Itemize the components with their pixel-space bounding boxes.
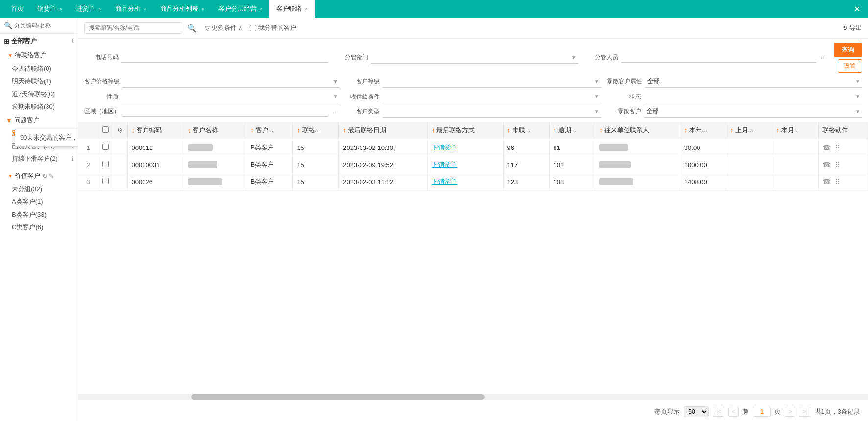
- toolbar-search-input[interactable]: [84, 22, 182, 34]
- next-page-button[interactable]: >: [785, 407, 795, 417]
- sort-icon-type: ↕: [250, 126, 254, 134]
- sidebar-group-problem[interactable]: ▼ 问题客户: [0, 113, 78, 127]
- nav-customer-tier[interactable]: 客户分层经营 ×: [212, 0, 269, 18]
- cell-uncontacted-1: 117: [503, 156, 549, 173]
- action-phone-0[interactable]: ☎: [822, 144, 831, 151]
- method-link-0[interactable]: 下销货单: [432, 144, 457, 151]
- row-checkbox-1[interactable]: [102, 161, 109, 167]
- cell-method-2[interactable]: 下销货单: [428, 173, 503, 191]
- customer-type-select[interactable]: ▼: [383, 106, 601, 118]
- cell-company-0: ███ 1██...: [595, 139, 680, 156]
- nav-home[interactable]: 首页: [4, 0, 30, 18]
- prev-page-button[interactable]: <: [728, 407, 739, 417]
- th-checkbox[interactable]: [98, 122, 113, 139]
- first-page-button[interactable]: |<: [713, 407, 724, 417]
- method-link-2[interactable]: 下销货单: [432, 178, 457, 185]
- sidebar-group-pending[interactable]: ▼ 待联络客户: [0, 49, 78, 62]
- nav-customer-contact[interactable]: 客户联络 ×: [269, 0, 314, 18]
- nav-product-list[interactable]: 商品分析列表 ×: [153, 0, 211, 18]
- status-select[interactable]: ▼: [644, 91, 862, 102]
- table-settings-icon[interactable]: ⚙: [117, 127, 123, 134]
- cell-method-1[interactable]: 下销货单: [428, 156, 503, 173]
- toolbar: 🔍 ▽ 更多条件 ∧ 我分管的客户 ↻ 导出: [78, 18, 868, 39]
- sidebar-item-today[interactable]: 今天待联络(0): [0, 62, 78, 75]
- nav-purchase[interactable]: 进货单 ×: [69, 0, 108, 18]
- per-page-select[interactable]: 50 100 200: [684, 406, 709, 417]
- close-customer-contact-icon[interactable]: ×: [305, 6, 308, 12]
- my-customers-checkbox[interactable]: [250, 25, 256, 31]
- region-input[interactable]: [122, 106, 328, 117]
- filter-zero-customer: 零散客户 全部 ▼: [607, 105, 862, 118]
- window-close-button[interactable]: ✕: [850, 4, 864, 14]
- action-more-0[interactable]: ⠿: [835, 144, 840, 151]
- cell-checkbox-2[interactable]: [98, 173, 113, 191]
- manager-more-icon[interactable]: ···: [819, 54, 828, 61]
- close-product-analysis-icon[interactable]: ×: [144, 6, 146, 12]
- cell-overdue-0: 81: [549, 139, 595, 156]
- th-settings[interactable]: ⚙: [113, 122, 127, 139]
- zero-attr-select[interactable]: 全部 ▼: [645, 75, 862, 88]
- th-this-year: ↕ 本年...: [680, 122, 726, 139]
- close-purchase-icon[interactable]: ×: [98, 6, 101, 12]
- phone-label: 电话号码: [84, 53, 119, 62]
- my-customers-checkbox-label[interactable]: 我分管的客户: [250, 24, 296, 32]
- region-more-icon[interactable]: ···: [331, 108, 339, 115]
- sidebar-search-input[interactable]: [14, 22, 78, 29]
- action-phone-1[interactable]: ☎: [822, 161, 831, 169]
- refresh-icon[interactable]: ↻: [42, 173, 48, 180]
- sidebar-item-class-b[interactable]: B类客户(33): [0, 208, 78, 221]
- last-page-button[interactable]: >|: [799, 407, 811, 417]
- cell-method-0[interactable]: 下销货单: [428, 139, 503, 156]
- collapse-icon: 《: [69, 38, 74, 45]
- cell-this-year-0: 30.00: [680, 139, 726, 156]
- sidebar-item-overdue-contact[interactable]: 逾期未联络(30): [0, 100, 78, 113]
- sidebar-item-ungrouped[interactable]: 未分组(32): [0, 183, 78, 196]
- horizontal-scrollbar[interactable]: [78, 394, 868, 400]
- zero-customer-select[interactable]: 全部 ▼: [644, 105, 862, 118]
- nav-sales[interactable]: 销货单 ×: [30, 0, 69, 18]
- row-checkbox-0[interactable]: [102, 144, 109, 150]
- cell-checkbox-0[interactable]: [98, 139, 113, 156]
- toolbar-search-button[interactable]: 🔍: [186, 24, 198, 33]
- export-button[interactable]: ↻ 导出: [843, 24, 862, 32]
- th-code[interactable]: ↕ 客户编码: [127, 122, 184, 139]
- edit-icon[interactable]: ✎: [48, 173, 54, 180]
- page-number-input[interactable]: [753, 407, 771, 417]
- row-checkbox-2[interactable]: [102, 178, 109, 184]
- action-more-2[interactable]: ⠿: [835, 178, 840, 186]
- dept-select[interactable]: ▼: [371, 52, 578, 64]
- status-caret-icon: ▼: [855, 94, 860, 99]
- customer-grade-select[interactable]: ▼: [383, 76, 601, 88]
- th-name[interactable]: ↕ 客户名称: [184, 122, 246, 139]
- sort-icon-company: ↕: [599, 126, 603, 134]
- sidebar-item-tomorrow[interactable]: 明天待联络(1): [0, 75, 78, 88]
- nature-select[interactable]: ▼: [121, 91, 339, 102]
- query-button[interactable]: 查询: [834, 43, 862, 57]
- scrollbar-thumb[interactable]: [191, 394, 485, 400]
- method-link-1[interactable]: 下销货单: [432, 161, 457, 168]
- settings-button[interactable]: 设置: [838, 59, 862, 73]
- select-all-checkbox[interactable]: [102, 126, 109, 133]
- close-customer-tier-icon[interactable]: ×: [260, 6, 263, 12]
- sidebar-item-class-a[interactable]: A类客户(1): [0, 196, 78, 208]
- nav-product-analysis[interactable]: 商品分析 ×: [108, 0, 153, 18]
- sidebar-item-class-c[interactable]: C类客户(6): [0, 221, 78, 234]
- cell-contact-1: 15: [293, 156, 339, 173]
- phone-input[interactable]: [121, 52, 328, 63]
- action-more-1[interactable]: ⠿: [835, 161, 840, 169]
- sidebar-item-declining[interactable]: 持续下滑客户(2) ℹ: [0, 152, 78, 165]
- dept-caret-icon: ▼: [571, 55, 576, 60]
- close-product-list-icon[interactable]: ×: [201, 6, 204, 12]
- close-sales-icon[interactable]: ×: [59, 6, 62, 12]
- payment-select[interactable]: ▼: [383, 91, 601, 102]
- all-customers-header[interactable]: ⊞ 全部客户 《: [0, 34, 78, 49]
- manager-input[interactable]: [621, 52, 816, 63]
- cell-checkbox-1[interactable]: [98, 156, 113, 173]
- more-conditions-button[interactable]: ▽ 更多条件 ∧: [202, 22, 246, 34]
- action-phone-2[interactable]: ☎: [822, 178, 831, 186]
- cell-uncontacted-0: 96: [503, 139, 549, 156]
- sidebar-group-value[interactable]: ▼ 价值客户 ↻ ✎: [0, 169, 78, 183]
- sidebar-item-week[interactable]: 近7天待联络(0): [0, 88, 78, 100]
- cell-name-2: ████: [184, 173, 246, 191]
- price-grade-select[interactable]: ▼: [122, 76, 339, 88]
